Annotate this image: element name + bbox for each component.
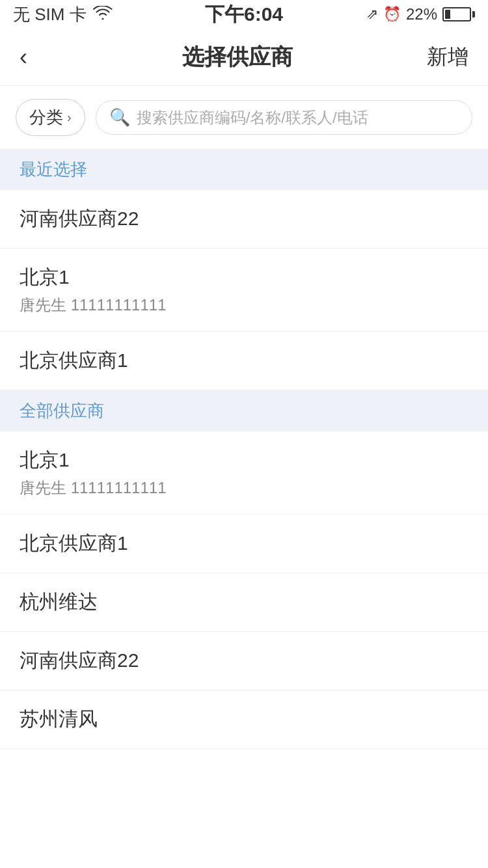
supplier-name: 河南供应商22 xyxy=(20,206,468,232)
section-header-recent: 最近选择 xyxy=(0,149,488,190)
list-item[interactable]: 杭州维达 xyxy=(0,573,488,632)
battery-percent: 22% xyxy=(406,5,437,23)
supplier-sub: 唐先生 11111111111 xyxy=(20,478,468,498)
chevron-right-icon: › xyxy=(67,110,72,125)
add-button[interactable]: 新增 xyxy=(416,43,468,72)
list-item[interactable]: 北京1唐先生 11111111111 xyxy=(0,431,488,515)
page-title: 选择供应商 xyxy=(182,42,293,72)
supplier-name: 苏州清风 xyxy=(20,706,468,733)
section-header-text: 最近选择 xyxy=(20,159,87,179)
no-sim-label: 无 SIM 卡 xyxy=(13,3,87,26)
list-item[interactable]: 河南供应商22 xyxy=(0,632,488,690)
location-icon: ⇗ xyxy=(366,6,378,23)
list-item[interactable]: 北京供应商1 xyxy=(0,332,488,390)
supplier-name: 杭州维达 xyxy=(20,589,468,616)
supplier-name: 河南供应商22 xyxy=(20,647,468,674)
list-item[interactable]: 北京供应商1 xyxy=(0,515,488,573)
section-header-all: 全部供应商 xyxy=(0,390,488,431)
alarm-icon: ⏰ xyxy=(383,6,401,23)
battery-icon xyxy=(442,7,475,21)
status-time: 下午6:04 xyxy=(205,1,283,28)
back-button[interactable]: ‹ xyxy=(20,44,59,71)
category-label: 分类 xyxy=(29,106,63,129)
search-box: 🔍 xyxy=(96,100,472,135)
status-bar: 无 SIM 卡 下午6:04 ⇗ ⏰ 22% xyxy=(0,0,488,29)
list-item[interactable]: 苏州清风 xyxy=(0,690,488,749)
nav-bar: ‹ 选择供应商 新增 xyxy=(0,29,488,86)
search-icon: 🔍 xyxy=(109,107,130,128)
supplier-name: 北京供应商1 xyxy=(20,347,468,374)
search-input[interactable] xyxy=(137,109,459,127)
status-left: 无 SIM 卡 xyxy=(13,3,113,26)
supplier-name: 北京1 xyxy=(20,264,468,291)
section-header-text: 全部供应商 xyxy=(20,401,104,420)
suppliers-list: 最近选择河南供应商22北京1唐先生 11111111111北京供应商1全部供应商… xyxy=(0,149,488,749)
status-right: ⇗ ⏰ 22% xyxy=(366,5,475,23)
supplier-sub: 唐先生 11111111111 xyxy=(20,295,468,316)
supplier-name: 北京1 xyxy=(20,447,468,474)
supplier-name: 北京供应商1 xyxy=(20,530,468,557)
category-button[interactable]: 分类 › xyxy=(16,99,85,136)
list-item[interactable]: 河南供应商22 xyxy=(0,190,488,249)
list-item[interactable]: 北京1唐先生 11111111111 xyxy=(0,249,488,332)
filter-bar: 分类 › 🔍 xyxy=(0,86,488,149)
wifi-icon xyxy=(93,5,113,25)
